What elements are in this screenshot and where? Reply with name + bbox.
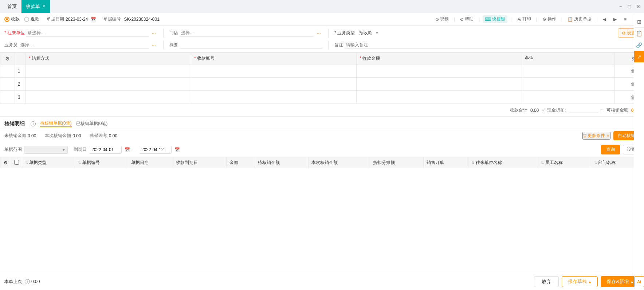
data-table-settings-icon[interactable]: ⚙ <box>4 160 8 165</box>
salesperson-input[interactable] <box>19 41 149 49</box>
recon-stats: 未核销金额 0.00 本次核销金额 0.00 核销差额 0.00 ▽ 更多条件 … <box>0 129 644 142</box>
radio-refund[interactable]: 退款 <box>24 16 39 22</box>
sort-doc-no-icon[interactable]: ⇅ <box>78 161 81 165</box>
diff-value: 0.00 <box>109 133 117 138</box>
tab-bar: 首页 收款单 ✕ － □ ✕ <box>0 0 644 13</box>
row2-settings <box>0 78 15 91</box>
next-value: 0.00 <box>31 279 40 284</box>
tab-receipt[interactable]: 收款单 ✕ <box>21 0 50 13</box>
business-type-dropdown[interactable]: ▼ <box>375 31 379 35</box>
row3-settlement[interactable] <box>26 91 191 104</box>
list-view-icon[interactable]: ≡ <box>622 16 629 23</box>
date-to-input[interactable] <box>139 146 172 154</box>
row1-settlement[interactable] <box>26 64 191 78</box>
row1-amount[interactable] <box>357 64 522 78</box>
sort-doc-type-icon[interactable]: ⇅ <box>25 161 28 165</box>
summary-input[interactable] <box>180 41 322 49</box>
row3-account[interactable] <box>191 91 357 104</box>
rp-table-icon[interactable]: ⊞ <box>634 16 644 28</box>
date-from-cal-icon[interactable]: 📅 <box>125 147 130 152</box>
select-all-checkbox[interactable] <box>14 160 19 165</box>
bottom-bar: 本单上次 i 0.00 放弃 保存草稿 ▲ 保存&新增 ▲ <box>0 273 644 290</box>
col-settlement: 结算方式 <box>26 53 191 64</box>
range-select[interactable] <box>24 146 68 154</box>
print-btn[interactable]: 🖨 打印 <box>515 15 533 23</box>
unverified-value: 0.00 <box>28 133 36 138</box>
nav-next-icon[interactable]: ▶ <box>611 16 619 23</box>
ai-label[interactable]: Ai <box>634 276 644 287</box>
store-input[interactable] <box>180 29 314 37</box>
table-settings-icon[interactable]: ⚙ <box>5 56 10 62</box>
more-filter-btn[interactable]: ▽ 更多条件 ∧ <box>582 132 610 140</box>
row2-remark[interactable] <box>522 78 615 91</box>
doc-no-label: 单据编号 <box>103 16 121 22</box>
radio-receipt[interactable]: 收款 <box>4 16 20 22</box>
form-divider-2 <box>328 29 329 38</box>
row3-amount[interactable] <box>357 91 522 104</box>
bottom-actions: 放弃 保存草稿 ▲ 保存&新增 ▲ <box>534 276 640 287</box>
restore-btn[interactable]: □ <box>627 4 632 9</box>
sort-dept-icon[interactable]: ⇅ <box>594 161 597 165</box>
business-type-label: * 业务类型 <box>334 30 355 36</box>
row2-settlement[interactable] <box>26 78 191 91</box>
row2-amount[interactable] <box>357 78 522 91</box>
counterpart-more-btn[interactable]: ··· <box>150 30 157 36</box>
diff-stat: 核销差额 0.00 <box>90 133 117 139</box>
data-table: ⚙ ⇅ 单据类型 ⇅ 单据编号 <box>0 157 644 168</box>
toolbar: 收款 退款 单据日期 2023-03-24 📅 单据编号 SK-20230324… <box>0 13 644 26</box>
due-date-label: 到期日 <box>74 146 87 153</box>
save-draft-btn[interactable]: 保存草稿 ▲ <box>562 276 598 287</box>
summary-row: 收款合计 0.00 + 现金折扣: = 可核销金额 0.00 <box>0 104 644 117</box>
operation-btn[interactable]: ⚙ 操作 <box>540 15 558 23</box>
remark-input[interactable] <box>345 41 640 49</box>
row1-remark[interactable] <box>522 64 615 78</box>
counterpart-input[interactable] <box>26 29 149 37</box>
row1-account[interactable] <box>191 64 357 78</box>
close-btn[interactable]: ✕ <box>635 4 641 9</box>
receipt-table-wrapper: ⚙ 结算方式 收款账号 收款金额 备注 操作 1 <box>0 52 644 104</box>
col-settings: ⚙ <box>0 53 15 64</box>
dtcol-settings: ⚙ <box>0 157 11 168</box>
history-btn[interactable]: 📋 历史单据 <box>565 15 594 23</box>
recon-info-icon[interactable]: i <box>31 121 36 126</box>
row3-remark[interactable] <box>522 91 615 104</box>
doc-date-field: 单据日期 2023-03-24 📅 <box>47 16 96 22</box>
doc-date-label: 单据日期 <box>47 16 64 22</box>
dtcol-doc-type: ⇅ 单据类型 <box>22 157 75 168</box>
due-date-field: 到期日 📅 — 📅 <box>74 146 180 154</box>
sort-employee-icon[interactable]: ⇅ <box>541 161 544 165</box>
discard-btn[interactable]: 放弃 <box>534 276 559 287</box>
sort-counterpart-icon[interactable]: ⇅ <box>471 161 474 165</box>
bottom-info: 本单上次 i 0.00 <box>4 279 40 285</box>
pending-tab[interactable]: 待核销单据(0笔) <box>40 120 72 127</box>
shortcut-btn[interactable]: ⌨ 快捷键 <box>483 15 507 23</box>
dtcol-employee: ⇅ 员工名称 <box>538 157 591 168</box>
rp-link-icon[interactable]: 🔗 <box>634 39 644 51</box>
current-stat: 本次核销金额 0.00 <box>45 133 81 139</box>
help-btn[interactable]: ⊙ 帮助 <box>458 15 476 23</box>
salesperson-label: 业务员 <box>4 42 17 48</box>
video-btn[interactable]: ⊙ 视频 <box>433 15 451 23</box>
salesperson-more-btn[interactable]: ··· <box>150 42 157 48</box>
rp-expand-icon[interactable]: ⤢ <box>634 51 644 63</box>
query-btn[interactable]: 查询 <box>601 145 620 154</box>
minimize-btn[interactable]: － <box>618 4 624 9</box>
date-to-cal-icon[interactable]: 📅 <box>174 147 180 152</box>
tab-close-icon[interactable]: ✕ <box>42 4 46 9</box>
completed-tab[interactable]: 已核销单据(0笔) <box>76 121 108 127</box>
dtcol-due-date: 收款到期日 <box>173 157 227 168</box>
row2-account[interactable] <box>191 78 357 91</box>
nav-prev-icon[interactable]: ◀ <box>601 16 608 23</box>
row1-no: 1 <box>15 64 26 78</box>
next-info-icon[interactable]: i <box>25 279 30 284</box>
reconciliation-section: 核销明细 i 待核销单据(0笔) 已核销单据(0笔) 未核销金额 0.00 本次… <box>0 117 644 168</box>
tab-home[interactable]: 首页 <box>3 0 21 13</box>
diff-label: 核销差额 <box>90 133 107 139</box>
discount-input[interactable] <box>569 107 598 113</box>
table-row: 1 🗑 ⧉ <box>0 64 644 78</box>
store-more-btn[interactable]: ··· <box>315 30 322 36</box>
rp-doc-icon[interactable]: 📋 <box>634 28 644 39</box>
date-from-input[interactable] <box>89 146 122 154</box>
save-new-arrow: ▲ <box>630 280 634 284</box>
calendar-icon[interactable]: 📅 <box>91 17 96 22</box>
